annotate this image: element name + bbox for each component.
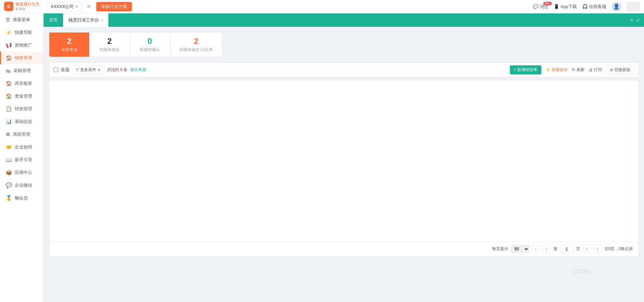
first-page-button[interactable]: « <box>532 245 540 253</box>
tab-close-icon[interactable]: × <box>101 18 103 22</box>
stat-wangwang[interactable]: 0 旺辅待确认 <box>130 33 170 57</box>
wechat-icon: 💬 <box>6 182 12 188</box>
tab-qhrc[interactable]: 钱货日清工作台 × <box>63 13 108 27</box>
select-all-label: 全选 <box>61 67 69 73</box>
page-size-select[interactable]: 20 50 100 <box>511 245 529 253</box>
avatar-icon: 👤 <box>613 3 620 10</box>
filter-dropdown-icon: ∨ <box>98 67 101 72</box>
sidebar-item-label: 企业协同 <box>15 144 32 150</box>
stat-overdue-unshipped[interactable]: 2 到期未收款 已出库 <box>170 33 222 57</box>
refresh-icon: ↻ <box>572 67 575 72</box>
gear-icon: ⚙ <box>87 4 91 9</box>
tab-bar: 首页 钱货日清工作台 × × ⤢ <box>44 13 644 27</box>
sidebar-item-base-info[interactable]: 📊 基础信息 <box>0 115 43 128</box>
sidebar-item-label: 基础信息 <box>15 119 32 125</box>
sidebar-item-label: 新手引导 <box>15 157 32 163</box>
sidebar-item-purchase[interactable]: 🛍 采购管理 <box>0 64 43 77</box>
stats-cards: 2 全部单据 2 到期未收款 0 旺辅待确认 2 到期未收款 已出库 <box>49 32 222 57</box>
app-download-button[interactable]: 📱 App下载 <box>554 4 577 10</box>
logo-icon: 6 <box>4 2 13 11</box>
more-filter-button[interactable]: ▽ 更多条件 ∨ <box>72 65 104 74</box>
sidebar-item-operations[interactable]: 📋 经营管理 <box>0 103 43 115</box>
found-count: 0 <box>120 67 122 72</box>
app-download-icon: 📱 <box>554 4 559 9</box>
capital-icon: 🏠 <box>6 93 12 99</box>
sidebar-item-enterprise[interactable]: 🤝 企业协同 <box>0 141 43 154</box>
stat-overdue-unshipped-number: 2 <box>179 37 213 46</box>
more-filter-label: 更多条件 <box>80 67 96 73</box>
toolbar: 全选 ▽ 更多条件 ∨ 共找到 0 条 相关单据 + 新增销货单 ⚡ 批量操作 … <box>49 62 639 77</box>
sidebar-item-app-center[interactable]: 📦 应用中心 <box>0 166 43 179</box>
sidebar-item-label: 畅会员 <box>15 195 28 201</box>
sidebar-item-sales[interactable]: 🏠 销售管理 <box>0 52 43 64</box>
table-area: 每页显示 20 50 100 « < 第 页 > » 共0页，0条记录 <box>49 80 639 257</box>
sidebar-item-label: 企业微信 <box>15 182 32 188</box>
total-text: 共0页，0条记录 <box>604 246 633 252</box>
sidebar-item-label: 采购管理 <box>13 68 31 74</box>
logo-area: 6 畅捷通好生意 标准版 <box>4 2 48 11</box>
operations-icon: 📋 <box>6 106 12 112</box>
tab-home-label: 首页 <box>49 17 58 23</box>
company-selector[interactable]: XXXXX公司 ▼ <box>48 2 82 11</box>
trial-button[interactable]: 体验行业方案 <box>96 2 132 11</box>
switch-version-button[interactable]: ⇄ 切换新版 <box>606 65 634 74</box>
sidebar-item-marketing[interactable]: 📢 营销推广 <box>0 39 43 52</box>
settings-button[interactable]: ⚙ <box>84 2 94 11</box>
tab-maximize-icon[interactable]: ⤢ <box>636 17 640 23</box>
stat-all-label: 全部单据 <box>59 47 80 53</box>
next-page-button[interactable]: > <box>583 245 591 253</box>
last-page-button[interactable]: » <box>594 245 602 253</box>
sidebar-item-label: 应用中心 <box>15 170 32 176</box>
page-label: 第 <box>553 246 557 252</box>
tab-minimize-icon[interactable]: × <box>631 17 633 23</box>
sidebar-item-wechat[interactable]: 💬 企业微信 <box>0 179 43 192</box>
stat-overdue-unshipped-label: 到期未收款 已出库 <box>179 47 213 53</box>
related-link[interactable]: 相关单据 <box>130 67 146 73</box>
print-icon: 🖨 <box>589 67 593 72</box>
stat-all[interactable]: 2 全部单据 <box>49 33 90 57</box>
system-icon: ⚙ <box>6 131 10 137</box>
last-page-icon: » <box>597 247 599 251</box>
new-sales-button[interactable]: + 新增销货单 <box>510 65 541 74</box>
sidebar-item-search[interactable]: ☰ 搜索菜单 <box>0 13 43 26</box>
purchase-icon: 🛍 <box>6 68 11 74</box>
refresh-button[interactable]: ↻ 刷新 <box>572 67 585 73</box>
inventory-icon: 🏠 <box>6 80 12 86</box>
sales-icon: 🏠 <box>6 55 12 61</box>
toolbar-right: + 新增销货单 ⚡ 批量操作 ↻ 刷新 🖨 打印 ⇄ 切换新版 <box>510 65 634 74</box>
online-service-label: 在线客服 <box>589 4 606 10</box>
menu-search-icon: ☰ <box>6 17 10 23</box>
page-size-prefix: 每页显示 <box>492 246 508 252</box>
sidebar-item-member[interactable]: 🏅 畅会员 <box>0 192 43 204</box>
switch-icon: ⇄ <box>610 67 613 72</box>
sidebar-item-label: 销售管理 <box>15 55 32 61</box>
sidebar-item-system[interactable]: ⚙ 系统管理 <box>0 128 43 141</box>
refresh-label: 刷新 <box>577 67 585 73</box>
sidebar-item-inventory[interactable]: 🏠 库存核算 <box>0 77 43 90</box>
print-button[interactable]: 🖨 打印 <box>589 67 602 73</box>
base-info-icon: 📊 <box>6 119 12 125</box>
online-service-button[interactable]: 🎧 在线客服 <box>582 4 606 10</box>
tab-home[interactable]: 首页 <box>44 13 63 27</box>
main-content: 2 全部单据 2 到期未收款 0 旺辅待确认 2 到期未收款 已出库 全选 ▽ … <box>44 27 644 302</box>
logo-sub: 标准版 <box>15 7 40 11</box>
batch-operation-button[interactable]: ⚡ 批量操作 <box>545 67 568 73</box>
found-prefix: 共找到 0 条 <box>107 67 127 73</box>
user-avatar[interactable]: 👤 <box>612 2 621 11</box>
pagination-bar: 每页显示 20 50 100 « < 第 页 > » 共0页，0条记录 <box>49 241 638 256</box>
marketing-icon: 📢 <box>6 42 12 48</box>
prev-page-button[interactable]: < <box>543 245 551 253</box>
sidebar-item-label: 库存核算 <box>15 80 32 86</box>
select-all-checkbox[interactable] <box>53 67 58 72</box>
user-menu[interactable] <box>627 2 640 11</box>
message-button[interactable]: 💬 消息 99+ <box>533 4 548 10</box>
sidebar-item-quick-nav[interactable]: ⚡ 快捷导航 <box>0 26 43 39</box>
filter-icon: ▽ <box>76 67 79 72</box>
page-number-input[interactable] <box>560 245 574 253</box>
enterprise-icon: 🤝 <box>6 144 12 150</box>
sidebar-item-guide[interactable]: 📖 新手引导 <box>0 154 43 166</box>
sidebar-item-label: 资金管理 <box>15 93 32 99</box>
message-badge: 99+ <box>543 2 552 5</box>
sidebar-item-capital[interactable]: 🏠 资金管理 <box>0 90 43 103</box>
stat-overdue-unpaid[interactable]: 2 到期未收款 <box>90 33 130 57</box>
